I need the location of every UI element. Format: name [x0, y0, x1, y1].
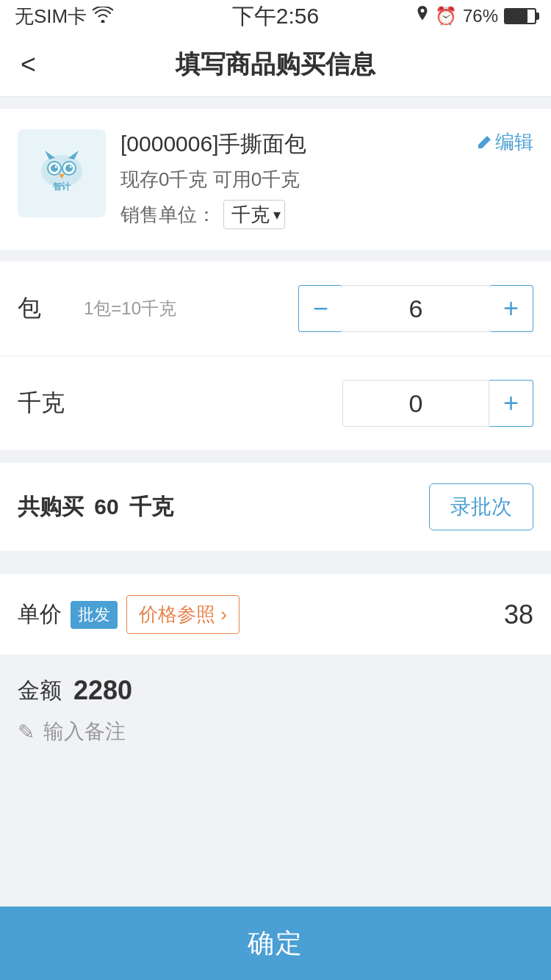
kg-quantity-input[interactable]	[342, 380, 489, 427]
back-button[interactable]: <	[21, 49, 36, 80]
bao-label: 包	[18, 292, 76, 325]
confirm-button[interactable]: 确定	[0, 907, 551, 980]
nav-bar: < 填写商品购买信息	[0, 32, 551, 97]
separator-1	[0, 250, 551, 262]
total-row: 共购买 60 千克 录批次	[0, 463, 551, 551]
price-value: 38	[504, 599, 533, 630]
amount-label: 金额	[18, 676, 62, 706]
bao-hint: 1包=10千克	[84, 297, 298, 320]
product-name: [0000006]手撕面包	[120, 129, 476, 159]
note-row[interactable]: ✎ 输入备注	[18, 718, 533, 746]
separator-2	[0, 451, 551, 463]
battery-text: 76%	[463, 6, 498, 26]
amount-row: 金额 2280	[18, 675, 533, 706]
svg-point-4	[65, 165, 73, 172]
price-ref-button[interactable]: 价格参照 ›	[126, 595, 240, 634]
price-section: 单价 批发 价格参照 › 38	[0, 574, 551, 655]
product-card: 智计 [0000006]手撕面包 编辑 现存0千克 可用0千克 销售单位： 千克…	[0, 109, 551, 250]
status-time: 下午2:56	[232, 1, 319, 32]
status-bar: 无SIM卡 下午2:56 ⏰ 76%	[0, 0, 551, 32]
price-label: 单价	[18, 599, 62, 630]
bao-quantity-input[interactable]	[342, 285, 489, 332]
note-text: 输入备注	[43, 718, 126, 746]
location-icon	[416, 6, 429, 26]
product-info: [0000006]手撕面包 编辑 现存0千克 可用0千克 销售单位： 千克 包	[120, 129, 533, 229]
svg-point-5	[55, 165, 57, 167]
unit-label: 销售单位：	[120, 202, 216, 228]
separator-3	[0, 551, 551, 563]
bao-minus-button[interactable]: −	[298, 285, 342, 332]
edit-button[interactable]: 编辑	[476, 129, 533, 155]
total-text: 共购买 60 千克	[18, 492, 173, 522]
battery-icon	[504, 8, 536, 24]
price-label-group: 单价 批发 价格参照 ›	[18, 595, 240, 634]
bao-controls: − +	[298, 285, 533, 332]
quantity-row-bao: 包 1包=10千克 − +	[0, 262, 551, 356]
kg-plus-button[interactable]: +	[489, 380, 533, 427]
status-right: ⏰ 76%	[416, 6, 536, 26]
batch-tag: 批发	[71, 601, 118, 629]
carrier-text: 无SIM卡	[15, 4, 87, 29]
price-row: 单价 批发 价格参照 › 38	[18, 595, 533, 634]
bao-plus-button[interactable]: +	[489, 285, 533, 332]
amount-value: 2280	[73, 675, 132, 706]
amount-section: 金额 2280 ✎ 输入备注	[0, 655, 551, 760]
unit-select-wrap[interactable]: 千克 包	[223, 200, 285, 229]
product-stock: 现存0千克 可用0千克	[120, 167, 533, 192]
total-value: 60	[94, 494, 118, 519]
quantity-row-kg: 千克 +	[0, 356, 551, 451]
svg-point-6	[70, 165, 72, 167]
kg-label: 千克	[18, 387, 76, 419]
product-unit-row: 销售单位： 千克 包	[120, 200, 533, 229]
svg-text:智计: 智计	[52, 181, 71, 192]
svg-point-3	[51, 165, 58, 172]
batch-button[interactable]: 录批次	[429, 483, 533, 530]
product-image: 智计	[18, 129, 106, 217]
note-icon: ✎	[18, 720, 35, 744]
unit-select[interactable]: 千克 包	[223, 200, 285, 229]
wifi-icon	[93, 5, 113, 28]
kg-controls: +	[342, 380, 533, 427]
page-title: 填写商品购买信息	[176, 48, 375, 82]
product-logo: 智计	[36, 148, 87, 200]
quantity-section: 包 1包=10千克 − + 千克 +	[0, 262, 551, 451]
status-left: 无SIM卡	[15, 4, 113, 29]
alarm-icon: ⏰	[435, 6, 457, 26]
product-header: [0000006]手撕面包 编辑	[120, 129, 533, 159]
